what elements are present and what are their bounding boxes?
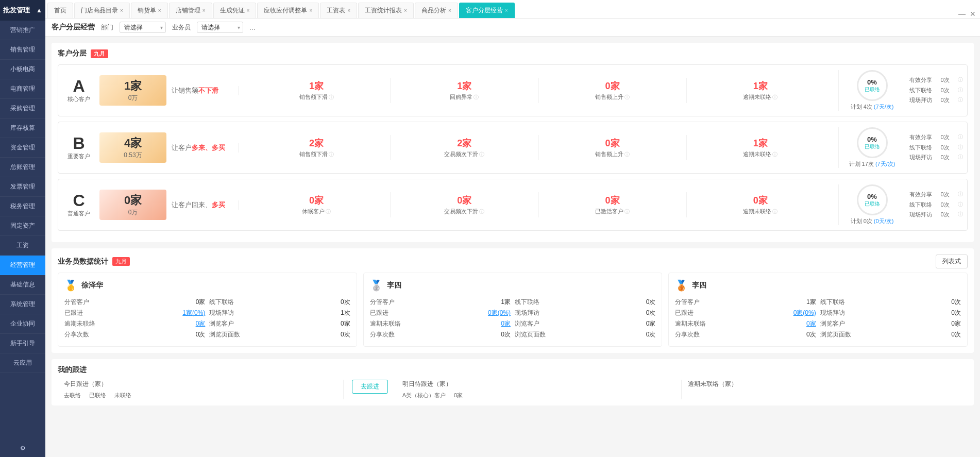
tier-slogan-C: 让客户回来、多买	[172, 200, 239, 210]
stat-val-2-L2[interactable]: 0家	[806, 319, 816, 328]
stat-val-1-L1[interactable]: 0家(0%)	[488, 309, 511, 317]
tier-contact-plan-link-A[interactable]: (7天/次)	[874, 104, 894, 110]
stat-val-1-L2[interactable]: 0家	[501, 319, 511, 328]
metric-label-B-0: 销售额下滑 ⓘ	[247, 150, 386, 158]
tier-contact-plan-link-C[interactable]: (0天/次)	[874, 218, 894, 224]
window-minimize-icon[interactable]: —	[958, 10, 966, 18]
tab-close-icon[interactable]: ×	[448, 8, 451, 13]
stat-label-2-L1: 已跟进	[675, 309, 694, 317]
sidebar-item-基础信息[interactable]: 基础信息	[0, 275, 45, 295]
list-view-button[interactable]: 列表式	[936, 255, 968, 268]
sidebar-item-企业协同[interactable]: 企业协同	[0, 314, 45, 334]
sidebar-item-电商管理[interactable]: 电商管理	[0, 79, 45, 99]
extra-info-icon-B-2[interactable]: ⓘ	[958, 153, 963, 163]
extra-info-icon-C-2[interactable]: ⓘ	[958, 210, 963, 220]
tier-contact-plan-B: 计划 17次 (7天/次)	[843, 160, 901, 168]
sidebar-item-发票管理[interactable]: 发票管理	[0, 177, 45, 197]
metric-num-B-2: 0家	[543, 137, 682, 149]
sidebar-item-销售管理[interactable]: 销售管理	[0, 40, 45, 60]
metric-info-icon[interactable]: ⓘ	[326, 208, 331, 215]
extra-info-icon-C-1[interactable]: ⓘ	[958, 200, 963, 210]
settings-button[interactable]: ⚙	[0, 439, 45, 457]
tab-商品分析[interactable]: 商品分析×	[415, 3, 458, 18]
tab-close-icon[interactable]: ×	[347, 8, 350, 13]
metric-info-icon[interactable]: ⓘ	[624, 94, 630, 101]
tab-客户分层经营[interactable]: 客户分层经营×	[459, 3, 515, 18]
collapse-icon[interactable]: ▲	[36, 7, 42, 14]
extra-label-C-0: 有效分享	[909, 190, 932, 200]
staff-medal-1: 🥈	[370, 279, 383, 292]
sidebar-item-系统管理[interactable]: 系统管理	[0, 295, 45, 314]
tab-close-icon[interactable]: ×	[120, 8, 123, 13]
tab-工资表[interactable]: 工资表×	[320, 3, 357, 18]
extra-info-icon-A-2[interactable]: ⓘ	[958, 95, 963, 106]
tab-close-icon[interactable]: ×	[505, 8, 508, 13]
metric-info-icon[interactable]: ⓘ	[772, 94, 778, 101]
extra-info-icon-B-1[interactable]: ⓘ	[958, 143, 963, 153]
tab-close-icon[interactable]: ×	[247, 8, 250, 13]
metric-info-icon[interactable]: ⓘ	[772, 208, 778, 215]
sidebar-item-云应用[interactable]: 云应用	[0, 353, 45, 373]
metric-info-icon[interactable]: ⓘ	[479, 151, 484, 158]
metric-info-icon[interactable]: ⓘ	[624, 151, 630, 158]
tier-contact-plan-link-B[interactable]: (7天/次)	[875, 161, 895, 167]
tier-count-amount-C: 0万	[128, 208, 138, 217]
sidebar-item-经营管理[interactable]: 经营管理	[0, 256, 45, 275]
tier-contact-C: 0% 已联络 计划 0次 (0天/次)	[838, 184, 905, 225]
tab-店铺管理[interactable]: 店铺管理×	[169, 3, 212, 18]
staff-stat-1-right-3: 浏览页面数 0次	[515, 329, 655, 340]
staff-stats-right-0: 线下联络 0次 现场拜访 1次 浏览客户 0家 浏览页面数	[209, 297, 350, 340]
tab-close-icon[interactable]: ×	[404, 8, 407, 13]
sidebar-item-固定资产[interactable]: 固定资产	[0, 216, 45, 236]
more-options-icon[interactable]: ...	[249, 23, 256, 31]
dept-select[interactable]: 请选择	[120, 22, 166, 33]
sidebar-item-工资[interactable]: 工资	[0, 236, 45, 256]
tab-生成凭证[interactable]: 生成凭证×	[213, 3, 257, 18]
stat-val-0-L1[interactable]: 1家(0%)	[182, 309, 205, 317]
tier-extra-C: 有效分享 0次 ⓘ 线下联络 0次 ⓘ 现场拜访 0次 ⓘ	[905, 190, 967, 220]
bizstats-month: 九月	[112, 257, 130, 266]
sidebar-item-库存核算[interactable]: 库存核算	[0, 119, 45, 138]
sidebar-item-新手引导[interactable]: 新手引导	[0, 334, 45, 353]
tab-close-icon[interactable]: ×	[202, 8, 206, 13]
metric-num-A-3: 1家	[691, 80, 830, 92]
tab-close-icon[interactable]: ×	[309, 8, 312, 13]
stat-val-0-L2[interactable]: 0家	[196, 319, 206, 328]
metric-info-icon[interactable]: ⓘ	[329, 151, 334, 158]
stat-label-2-R2: 浏览客户	[820, 319, 845, 328]
extra-info-icon-C-0[interactable]: ⓘ	[958, 190, 963, 200]
staff-header-1: 🥈 李四	[370, 279, 656, 292]
stat-label-2-R1: 现场拜访	[820, 309, 845, 317]
window-close-icon[interactable]: ✕	[970, 10, 976, 18]
tab-首页[interactable]: 首页	[47, 3, 73, 18]
tab-销货单[interactable]: 销货单×	[131, 3, 168, 18]
sidebar-item-总账管理[interactable]: 总账管理	[0, 158, 45, 177]
stat-val-0-R1: 1次	[341, 309, 350, 317]
toolbar: 客户分层经营 部门 请选择 业务员 请选择 ...	[45, 19, 980, 37]
metric-info-icon[interactable]: ⓘ	[329, 94, 334, 101]
tier-metric-A-3: 1家 逾期未联络 ⓘ	[687, 78, 834, 103]
metric-info-icon[interactable]: ⓘ	[772, 151, 778, 158]
sidebar-item-资金管理[interactable]: 资金管理	[0, 138, 45, 158]
sidebar-item-营销推广[interactable]: 营销推广	[0, 21, 45, 40]
staff-select[interactable]: 请选择	[197, 22, 243, 33]
sidebar-item-小畅电商[interactable]: 小畅电商	[0, 60, 45, 79]
tab-应收应付调整单[interactable]: 应收应付调整单×	[257, 3, 319, 18]
extra-info-icon-A-0[interactable]: ⓘ	[958, 75, 963, 86]
metric-num-B-1: 2家	[395, 137, 534, 149]
tier-extra-item-B-2: 现场拜访 0次 ⓘ	[909, 153, 963, 163]
extra-info-icon-A-1[interactable]: ⓘ	[958, 86, 963, 96]
tab-工资统计报表[interactable]: 工资统计报表×	[358, 3, 414, 18]
tier-contact-pct-A: 0%	[867, 78, 877, 86]
tab-close-icon[interactable]: ×	[158, 8, 161, 13]
metric-info-icon[interactable]: ⓘ	[479, 208, 484, 215]
extra-info-icon-B-0[interactable]: ⓘ	[958, 132, 963, 143]
metric-num-A-0: 1家	[247, 80, 386, 92]
sidebar-item-采购管理[interactable]: 采购管理	[0, 99, 45, 119]
metric-info-icon[interactable]: ⓘ	[624, 208, 630, 215]
stat-val-2-L1[interactable]: 0家(0%)	[793, 309, 816, 317]
sidebar-item-税务管理[interactable]: 税务管理	[0, 197, 45, 216]
metric-info-icon[interactable]: ⓘ	[474, 94, 479, 101]
tab-门店商品目录[interactable]: 门店商品目录×	[74, 3, 130, 18]
goto-followup-button[interactable]: 去跟进	[352, 380, 388, 394]
